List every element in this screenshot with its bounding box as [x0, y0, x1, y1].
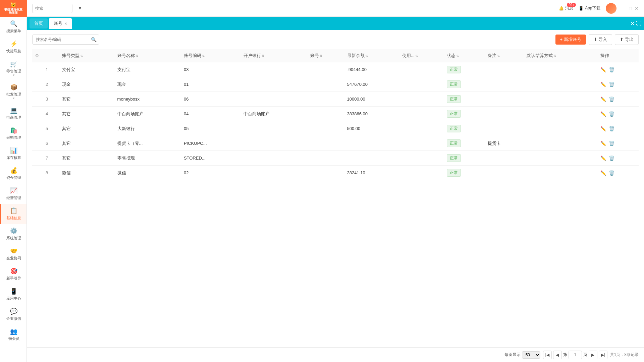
edit-button[interactable]: ✏️	[600, 126, 606, 131]
table-row: 4 其它 中百商场账户 04 中百商场账户 383866.00 正常 ✏️ 🗑️	[32, 107, 639, 121]
delete-button[interactable]: 🗑️	[609, 82, 614, 87]
row-code-cell: 03	[181, 62, 241, 77]
edit-button[interactable]: ✏️	[600, 141, 606, 146]
delete-button[interactable]: 🗑️	[609, 126, 614, 131]
delete-button[interactable]: 🗑️	[609, 111, 614, 117]
row-account-cell	[308, 92, 344, 107]
column-settings-button[interactable]: ⚙	[35, 53, 39, 58]
row-name-cell: 支付宝	[115, 62, 181, 77]
edit-button[interactable]: ✏️	[600, 97, 606, 102]
sort-type-icon: ⇅	[80, 54, 83, 58]
sidebar-item-inventory[interactable]: 📊 库存核算	[0, 143, 26, 164]
table-header: ⚙ 账号类型⇅ 账号名称⇅ 账号编码⇅ 开户银行⇅ 账号⇅ 最新余额⇅ 使用..…	[32, 49, 639, 62]
tab-close-icon[interactable]: ✕	[64, 22, 67, 25]
sidebar-item-label-inventory: 库存核算	[6, 155, 21, 160]
row-usage-cell	[399, 121, 444, 136]
sidebar-item-purchase[interactable]: 🛍️ 采购管理	[0, 123, 26, 143]
agreement-icon: 🤝	[10, 247, 17, 255]
sidebar-item-wholesale[interactable]: 📦 批发管理 ▼	[0, 80, 26, 103]
add-account-button[interactable]: + 新增账号	[555, 35, 586, 45]
maximize-button[interactable]: □	[629, 6, 632, 11]
sidebar-item-retail[interactable]: 🛒 零售管理 ▼	[0, 57, 26, 80]
prev-page-button[interactable]: ◀	[553, 351, 562, 359]
th-gear: ⚙	[32, 49, 43, 62]
row-num-cell: 1	[43, 62, 59, 77]
row-num-cell: 4	[43, 107, 59, 121]
edit-button[interactable]: ✏️	[600, 111, 606, 117]
tab-home-label: 首页	[34, 20, 43, 26]
status-badge: 正常	[447, 80, 461, 88]
row-usage-cell	[399, 166, 444, 180]
wholesale-arrow-icon: ▼	[12, 97, 15, 100]
row-action-cell: ✏️ 🗑️	[598, 151, 639, 166]
close-window-button[interactable]: ✕	[635, 6, 639, 11]
edit-button[interactable]: ✏️	[600, 156, 606, 161]
delete-button[interactable]: 🗑️	[609, 67, 614, 72]
delete-button[interactable]: 🗑️	[609, 97, 614, 102]
next-page-button[interactable]: ▶	[589, 351, 597, 359]
delete-button[interactable]: 🗑️	[609, 156, 614, 161]
user-avatar[interactable]	[606, 3, 616, 14]
minimize-button[interactable]: —	[622, 6, 627, 11]
export-button[interactable]: ⬆ 导出	[615, 34, 639, 45]
per-page-select[interactable]: 50 20 100	[522, 351, 540, 359]
sidebar-item-agreement[interactable]: 🤝 企业协同	[0, 244, 26, 264]
row-bank-cell	[241, 121, 307, 136]
row-default-settle-cell	[524, 77, 597, 92]
header-left: ▼	[32, 4, 82, 13]
operations-icon: 📈	[10, 187, 17, 194]
row-name-cell: moneybosx	[115, 92, 181, 107]
search-input[interactable]	[32, 35, 99, 45]
app-download-button[interactable]: 📱 App下载	[579, 5, 600, 11]
page-label: 第	[563, 352, 567, 358]
row-balance-cell	[344, 136, 400, 151]
delete-button[interactable]: 🗑️	[609, 170, 614, 176]
row-default-settle-cell	[524, 107, 597, 121]
row-type-cell: 其它	[59, 107, 115, 121]
row-balance-cell: 10000.00	[344, 92, 400, 107]
edit-button[interactable]: ✏️	[600, 170, 606, 176]
sidebar-item-finance[interactable]: 💰 资金管理	[0, 164, 26, 184]
message-button[interactable]: 🔔 消息 99+	[559, 5, 573, 11]
sidebar-item-search[interactable]: 🔍 搜索菜单	[0, 17, 26, 37]
sidebar-item-wechat[interactable]: 💬 企业微信	[0, 304, 26, 324]
th-num	[43, 49, 59, 62]
tab-home[interactable]: 首页	[30, 18, 48, 28]
message-badge: 99+	[567, 3, 576, 7]
tab-close-right-button[interactable]: ✕	[630, 20, 635, 27]
th-remark: 备注⇅	[485, 49, 524, 62]
page-number-input[interactable]	[569, 351, 582, 359]
import-button[interactable]: ⬇ 导入	[589, 34, 612, 45]
sidebar-item-label-wholesale: 批发管理	[6, 92, 21, 97]
account-table: ⚙ 账号类型⇅ 账号名称⇅ 账号编码⇅ 开户银行⇅ 账号⇅ 最新余额⇅ 使用..…	[32, 49, 639, 180]
row-type-cell: 其它	[59, 136, 115, 151]
tab-expand-button[interactable]: ⛶	[636, 20, 641, 26]
row-num-cell: 3	[43, 92, 59, 107]
sidebar-item-operations[interactable]: 📈 经营管理	[0, 184, 26, 204]
sidebar-item-app-center[interactable]: 📱 应用中心	[0, 284, 26, 304]
sidebar-item-label-purchase: 采购管理	[6, 135, 21, 140]
sort-bank-icon: ⇅	[262, 54, 264, 58]
row-account-cell	[308, 62, 344, 77]
row-code-cell: 06	[181, 92, 241, 107]
row-name-cell: 微信	[115, 166, 181, 180]
sidebar-item-member[interactable]: 👥 畅会员	[0, 324, 26, 345]
sidebar-item-label-app-center: 应用中心	[6, 296, 21, 301]
tab-account[interactable]: 账号 ✕	[49, 18, 72, 29]
header-dropdown[interactable]: ▼	[78, 6, 82, 11]
edit-button[interactable]: ✏️	[600, 82, 606, 87]
table-row: 8 微信 微信 02 28241.10 正常 ✏️ 🗑️	[32, 166, 639, 180]
delete-button[interactable]: 🗑️	[609, 141, 614, 146]
last-page-button[interactable]: ▶|	[599, 351, 607, 359]
edit-button[interactable]: ✏️	[600, 67, 606, 72]
top-search-input[interactable]	[32, 4, 72, 13]
sidebar-item-basic[interactable]: 📋 基础信息	[0, 204, 26, 224]
sidebar-item-ecommerce[interactable]: 💻 电商管理	[0, 103, 26, 123]
first-page-button[interactable]: |◀	[543, 351, 552, 359]
sidebar-item-quick[interactable]: ⚡ 快捷导航	[0, 37, 26, 57]
search-nav-icon: 🔍	[10, 20, 17, 27]
sidebar-item-label-basic: 基础信息	[6, 216, 21, 221]
chevron-down-icon: ▼	[78, 6, 82, 11]
sidebar-item-guide[interactable]: 🎯 新手引导	[0, 264, 26, 284]
sidebar-item-system[interactable]: ⚙️ 系统管理	[0, 224, 26, 244]
